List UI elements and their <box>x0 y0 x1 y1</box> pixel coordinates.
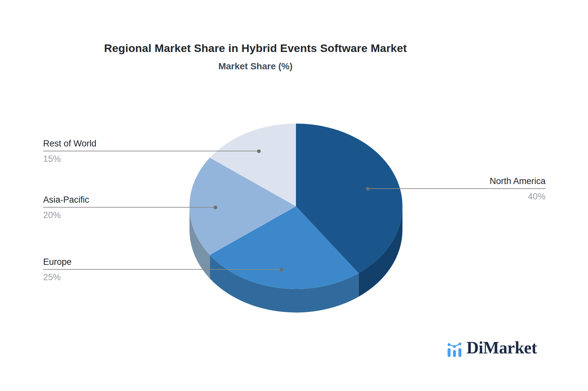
slice-label-north-america: North America <box>368 176 546 187</box>
slice-value-north-america: 40% <box>368 191 546 202</box>
leader-dot-asia-pacific <box>214 206 217 209</box>
chart-header: Regional Market Share in Hybrid Events S… <box>0 0 511 72</box>
leader-dot-europe <box>280 268 283 271</box>
slice-value-rest-of-world: 15% <box>43 154 259 164</box>
chart-subtitle: Market Share (%) <box>0 61 511 72</box>
callout-north-america: North America 40% <box>368 176 546 202</box>
callout-asia-pacific: Asia-Pacific 20% <box>43 195 216 221</box>
slice-label-asia-pacific: Asia-Pacific <box>43 195 216 205</box>
leader-dot-north-america <box>366 187 369 191</box>
leader-line-asia-pacific <box>43 207 216 208</box>
leader-line-rest-of-world <box>43 151 259 151</box>
slice-value-europe: 25% <box>43 272 282 283</box>
slice-label-rest-of-world: Rest of World <box>43 138 259 149</box>
slice-label-europe: Europe <box>43 257 282 267</box>
callout-europe: Europe 25% <box>43 257 282 283</box>
brand-logo-text: DiMarket <box>466 339 537 357</box>
page-title: Regional Market Share in Hybrid Events S… <box>0 41 511 55</box>
leader-dot-rest-of-world <box>257 149 261 153</box>
slice-value-asia-pacific: 20% <box>43 210 216 221</box>
leader-line-europe <box>43 269 282 270</box>
brand-logo: DiMarket <box>447 339 537 357</box>
callout-rest-of-world: Rest of World 15% <box>43 138 259 164</box>
leader-line-north-america <box>368 188 546 189</box>
bar-chart-trend-icon <box>447 341 463 357</box>
